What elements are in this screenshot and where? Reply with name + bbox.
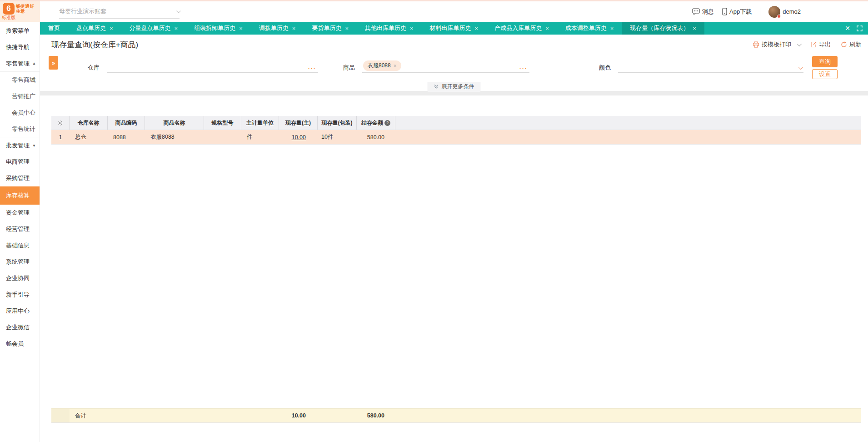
tab-close-icon[interactable]: × xyxy=(545,25,549,32)
sidebar-item-member-center[interactable]: 会员中心 xyxy=(0,105,40,121)
tab-close-icon[interactable]: × xyxy=(410,25,414,32)
tab-close-icon[interactable]: × xyxy=(175,25,178,32)
messages-button[interactable]: 消息 xyxy=(692,8,714,16)
sidebar-item-app-center[interactable]: 应用中心 xyxy=(0,303,40,319)
refresh-button[interactable]: 刷新 xyxy=(841,40,861,49)
export-label: 导出 xyxy=(819,40,831,49)
help-icon[interactable]: ? xyxy=(384,120,390,126)
close-tab-icon[interactable]: ✕ xyxy=(845,25,850,32)
sidebar-item-enterprise-collaboration[interactable]: 企业协同 xyxy=(0,270,40,286)
sidebar-item-beginner-guide[interactable]: 新手引导 xyxy=(0,286,40,303)
column-product-name[interactable]: 商品名称 xyxy=(145,116,204,130)
column-settings-button[interactable] xyxy=(51,116,70,130)
product-label: 商品 xyxy=(343,64,355,73)
tab-other-outbound-history[interactable]: 其他出库单历史× xyxy=(357,22,422,35)
column-warehouse[interactable]: 仓库名称 xyxy=(70,116,108,130)
column-spec[interactable]: 规格型号 xyxy=(204,116,241,130)
tab-close-icon[interactable]: × xyxy=(110,25,113,32)
tab-label: 组装拆卸单历史 xyxy=(194,24,235,32)
table-summary-row: 合计 10.00 580.00 xyxy=(51,408,861,423)
tab-material-outbound-history[interactable]: 材料出库单历史× xyxy=(422,22,487,35)
warehouse-picker-icon[interactable]: ··· xyxy=(308,66,316,71)
tab-home[interactable]: 首页 xyxy=(40,22,68,35)
sidebar-item-retail-mall[interactable]: 零售商城 xyxy=(0,72,40,88)
tab-close-icon[interactable]: × xyxy=(239,25,243,32)
tab-requisition-history[interactable]: 要货单历史× xyxy=(304,22,357,35)
sidebar-item-operation-management[interactable]: 经营管理 xyxy=(0,221,40,237)
column-product-code[interactable]: 商品编码 xyxy=(108,116,145,130)
summary-qty-main: 10.00 xyxy=(279,409,318,422)
tab-close-icon[interactable]: × xyxy=(610,25,614,32)
column-balance-amount[interactable]: 结存金额? xyxy=(357,116,395,130)
sidebar-item-marketing[interactable]: 营销推广 xyxy=(0,88,40,105)
collapse-filters-button[interactable]: » xyxy=(49,56,58,70)
export-button[interactable]: 导出 xyxy=(810,40,831,49)
summary-amount: 580.00 xyxy=(357,409,395,422)
product-input[interactable]: 衣服8088 × ··· xyxy=(362,60,529,73)
tab-label: 首页 xyxy=(48,24,60,32)
tab-assembly-history[interactable]: 组装拆卸单历史× xyxy=(186,22,251,35)
search-button[interactable]: 查询 xyxy=(812,56,838,67)
tab-close-icon[interactable]: × xyxy=(345,25,349,32)
account-book-select[interactable]: 母婴行业演示账套 xyxy=(59,5,180,19)
sidebar-item-enterprise-wechat[interactable]: 企业微信 xyxy=(0,319,40,336)
column-filler xyxy=(395,116,861,130)
tab-finished-inbound-history[interactable]: 产成品入库单历史× xyxy=(486,22,557,35)
table-row[interactable]: 1 总仓 8088 衣服8088 件 10.00 10件 580.00 xyxy=(51,130,861,145)
tag-close-icon[interactable]: × xyxy=(394,63,397,69)
column-qty-pack[interactable]: 现存量(包装) xyxy=(318,116,357,130)
sidebar-item-chang-member[interactable]: 畅会员 xyxy=(0,336,40,352)
sidebar-item-search-menu[interactable]: 搜索菜单 xyxy=(0,23,40,39)
cell-main-unit: 件 xyxy=(241,130,279,144)
tab-stocktake-history[interactable]: 盘点单历史× xyxy=(68,22,121,35)
sidebar-item-basic-info[interactable]: 基础信息 xyxy=(0,237,40,254)
sidebar-item-label: 系统管理 xyxy=(6,258,30,266)
caret-up-icon: ▲ xyxy=(32,61,36,65)
user-menu[interactable]: demo2 xyxy=(768,6,801,18)
qty-main-link[interactable]: 10.00 xyxy=(292,134,306,141)
sidebar-item-ecommerce-management[interactable]: 电商管理 xyxy=(0,154,40,170)
tab-transfer-history[interactable]: 调拨单历史× xyxy=(251,22,304,35)
print-by-template-button[interactable]: 按模板打印 xyxy=(753,40,800,49)
tab-current-stock[interactable]: 现存量（库存状况表）× xyxy=(622,22,704,35)
sidebar-item-wholesale-management[interactable]: 批发管理▼ xyxy=(0,137,40,154)
avatar[interactable] xyxy=(768,6,780,18)
tab-label: 产成品入库单历史 xyxy=(494,24,542,32)
app-download-label: App下载 xyxy=(729,8,752,16)
tab-close-icon[interactable]: × xyxy=(475,25,479,32)
warehouse-input[interactable]: ··· xyxy=(107,61,318,73)
sidebar-item-retail-stats[interactable]: 零售统计 xyxy=(0,121,40,137)
sidebar-item-quick-nav[interactable]: 快捷导航 xyxy=(0,39,40,55)
tab-label: 材料出库单历史 xyxy=(430,24,471,32)
page-header: 现存量查询(按仓库+商品) 按模板打印 导出 xyxy=(40,35,868,55)
product-picker-icon[interactable]: ··· xyxy=(519,66,528,71)
column-label: 结存金额 xyxy=(361,119,383,127)
column-main-unit[interactable]: 主计量单位 xyxy=(241,116,279,130)
app-download-button[interactable]: App下载 xyxy=(722,8,752,16)
sidebar-item-retail-management[interactable]: 零售管理▲ xyxy=(0,55,40,72)
column-qty-main[interactable]: 现存量(主) xyxy=(279,116,318,130)
sidebar-item-inventory-accounting[interactable]: 库存核算 xyxy=(0,186,40,205)
tab-cost-adjust-history[interactable]: 成本调整单历史× xyxy=(557,22,622,35)
tab-close-icon[interactable]: × xyxy=(693,25,696,32)
chevron-down-icon xyxy=(798,65,803,70)
sidebar-item-system-management[interactable]: 系统管理 xyxy=(0,254,40,270)
cell-warehouse: 总仓 xyxy=(70,130,108,144)
sidebar-item-label: 企业协同 xyxy=(6,274,30,282)
chevron-down-icon xyxy=(176,9,181,13)
row-index: 1 xyxy=(51,130,70,144)
sidebar-item-purchase-management[interactable]: 采购管理 xyxy=(0,170,40,186)
sidebar-item-funds-management[interactable]: 资金管理 xyxy=(0,205,40,221)
sidebar-item-label: 新手引导 xyxy=(6,291,30,299)
sidebar-item-label: 会员中心 xyxy=(12,109,35,117)
fullscreen-icon[interactable] xyxy=(857,25,863,31)
tab-close-icon[interactable]: × xyxy=(292,25,296,32)
color-select[interactable] xyxy=(618,61,803,73)
print-by-template-label: 按模板打印 xyxy=(762,40,791,49)
stock-table: 仓库名称 商品编码 商品名称 规格型号 主计量单位 现存量(主) 现存量(包装)… xyxy=(40,95,868,442)
chevron-down-icon xyxy=(797,42,802,46)
tab-partial-stocktake-history[interactable]: 分量盘点单历史× xyxy=(121,22,186,35)
expand-more-conditions[interactable]: 展开更多条件 xyxy=(428,82,481,92)
sidebar-item-label: 零售商城 xyxy=(12,76,35,84)
settings-button[interactable]: 设置 xyxy=(812,69,838,79)
